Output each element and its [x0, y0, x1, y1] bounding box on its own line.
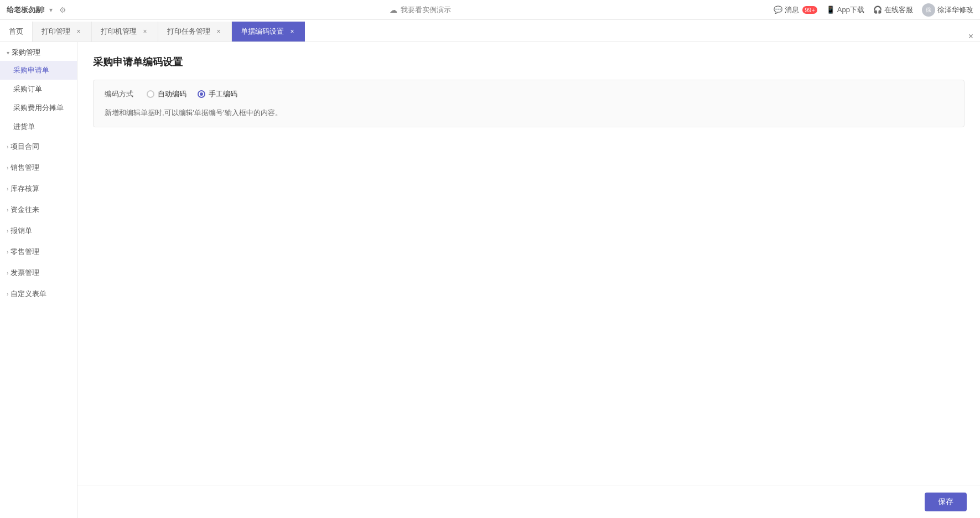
chevron-right-icon: › — [7, 144, 8, 150]
sidebar-item-capital[interactable]: › 资金往来 — [0, 199, 77, 220]
tab-bar-close-button[interactable]: × — [962, 32, 980, 42]
sidebar-group-purchase-label: 采购管理 — [12, 48, 40, 58]
hint-text: 新增和编辑单据时,可以编辑'单据编号'输入框中的内容。 — [105, 108, 953, 118]
message-button[interactable]: 💬 消息 99+ — [774, 5, 817, 15]
sidebar: ▾ 采购管理 采购申请单 采购订单 采购费用分摊单 进货单 › 项目合同 › 销… — [0, 42, 77, 518]
manual-code-label: 手工编码 — [209, 89, 237, 99]
chevron-right-icon: › — [7, 165, 8, 171]
top-bar-right: 💬 消息 99+ 📱 App下载 🎧 在线客服 徐 徐泽华修改 — [774, 3, 973, 17]
tab-print-mgmt[interactable]: 打印管理 × — [33, 22, 92, 42]
encoding-method-label: 编码方式 — [105, 89, 136, 99]
tab-home-label: 首页 — [9, 27, 23, 37]
headset-icon: 🎧 — [873, 6, 882, 14]
download-icon: 📱 — [826, 6, 835, 14]
sidebar-item-inventory[interactable]: › 库存核算 — [0, 178, 77, 199]
chevron-right-icon: › — [7, 186, 8, 192]
tab-printer-mgmt[interactable]: 打印机管理 × — [92, 22, 158, 42]
footer-bar: 保存 — [77, 485, 980, 518]
tab-home[interactable]: 首页 — [0, 22, 33, 42]
tab-print-mgmt-label: 打印管理 — [42, 27, 70, 37]
top-bar: 给老板勿剔! ▾ ⚙ ☁ 我要看实例演示 💬 消息 99+ 📱 App下载 🎧 … — [0, 0, 980, 20]
encoding-form-section: 编码方式 自动编码 手工编码 — [93, 80, 965, 127]
sidebar-item-custom-forms[interactable]: › 自定义表单 — [0, 283, 77, 304]
message-badge: 99+ — [802, 6, 817, 14]
encoding-method-row: 编码方式 自动编码 手工编码 — [105, 89, 953, 99]
sidebar-item-label: 采购订单 — [13, 85, 42, 93]
online-service-button[interactable]: 🎧 在线客服 — [873, 5, 913, 15]
chevron-down-icon: ▾ — [7, 50, 9, 56]
tab-single-code[interactable]: 单据编码设置 × — [232, 22, 305, 42]
sidebar-item-purchase-request[interactable]: 采购申请单 — [0, 61, 77, 80]
app-download-button[interactable]: 📱 App下载 — [826, 5, 864, 15]
auto-code-label: 自动编码 — [158, 89, 186, 99]
sidebar-item-project-contract[interactable]: › 项目合同 — [0, 136, 77, 157]
sidebar-group-purchase-mgmt[interactable]: ▾ 采购管理 — [0, 42, 77, 61]
sidebar-item-purchase-order[interactable]: 采购订单 — [0, 80, 77, 99]
chevron-right-icon: › — [7, 207, 8, 213]
sidebar-item-invoice-mgmt[interactable]: › 发票管理 — [0, 262, 77, 283]
top-bar-left: 给老板勿剔! ▾ ⚙ — [7, 5, 66, 15]
radio-group: 自动编码 手工编码 — [147, 89, 237, 99]
content-area: 采购申请单编码设置 编码方式 自动编码 手工编码 — [77, 42, 980, 518]
demo-link[interactable]: ☁ 我要看实例演示 — [390, 5, 451, 15]
chevron-down-icon[interactable]: ▾ — [49, 6, 53, 14]
sidebar-item-inbound[interactable]: 进货单 — [0, 117, 77, 136]
user-menu-button[interactable]: 徐 徐泽华修改 — [922, 3, 973, 17]
brand-label: 给老板勿剔! — [7, 5, 45, 15]
avatar: 徐 — [922, 3, 935, 17]
sidebar-item-purchase-expense[interactable]: 采购费用分摊单 — [0, 99, 77, 117]
cloud-icon: ☁ — [390, 6, 397, 14]
sidebar-item-label: 进货单 — [13, 122, 35, 131]
manual-code-radio[interactable]: 手工编码 — [198, 89, 237, 99]
sidebar-item-retail-mgmt[interactable]: › 零售管理 — [0, 241, 77, 262]
chevron-right-icon: › — [7, 291, 8, 297]
tab-printer-mgmt-close[interactable]: × — [141, 28, 149, 35]
auto-code-radio-circle[interactable] — [147, 90, 154, 98]
tab-print-task-mgmt-label: 打印任务管理 — [167, 27, 210, 37]
main-layout: ▾ 采购管理 采购申请单 采购订单 采购费用分摊单 进货单 › 项目合同 › 销… — [0, 42, 980, 518]
manual-code-radio-circle[interactable] — [198, 90, 205, 98]
page-title: 采购申请单编码设置 — [93, 55, 965, 69]
sidebar-item-sales-mgmt[interactable]: › 销售管理 — [0, 157, 77, 178]
settings-icon[interactable]: ⚙ — [59, 6, 66, 14]
tab-print-task-mgmt[interactable]: 打印任务管理 × — [158, 22, 232, 42]
chevron-right-icon: › — [7, 249, 8, 255]
sidebar-item-label: 采购申请单 — [13, 66, 49, 74]
save-button[interactable]: 保存 — [925, 493, 967, 511]
tab-single-code-label: 单据编码设置 — [241, 27, 284, 37]
tab-single-code-close[interactable]: × — [288, 28, 296, 35]
chevron-right-icon: › — [7, 228, 8, 234]
sidebar-item-returns[interactable]: › 报销单 — [0, 220, 77, 241]
message-icon: 💬 — [774, 6, 782, 14]
tab-printer-mgmt-label: 打印机管理 — [101, 27, 137, 37]
auto-code-radio[interactable]: 自动编码 — [147, 89, 186, 99]
tab-print-mgmt-close[interactable]: × — [75, 28, 82, 35]
content-inner: 采购申请单编码设置 编码方式 自动编码 手工编码 — [77, 42, 980, 485]
tab-print-task-mgmt-close[interactable]: × — [215, 28, 222, 35]
tab-bar: 首页 打印管理 × 打印机管理 × 打印任务管理 × 单据编码设置 × × — [0, 20, 980, 42]
radio-dot — [200, 92, 203, 96]
sidebar-item-label: 采购费用分摊单 — [13, 103, 64, 112]
chevron-right-icon: › — [7, 270, 8, 276]
